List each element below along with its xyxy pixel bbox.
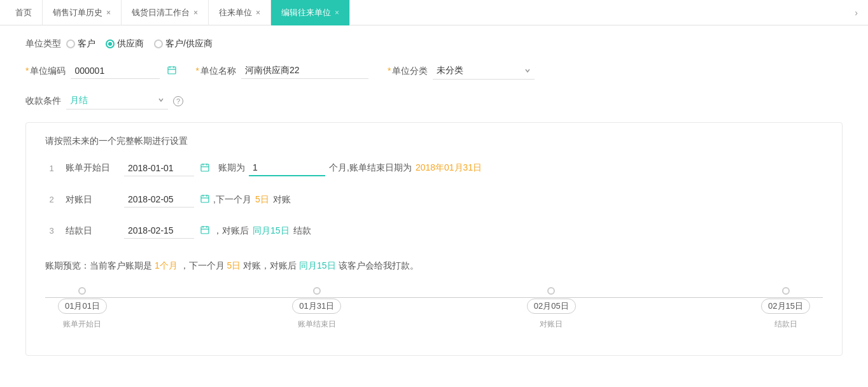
- billing-start-date[interactable]: [124, 160, 194, 176]
- preview-label: 账期预览：当前客户账期是: [45, 260, 152, 271]
- timeline-point-2: 02月05日 对账日: [527, 287, 576, 330]
- unit-code-item: 单位编码: [25, 63, 176, 79]
- billing-start-row: 1 账单开始日 账期为 个月,账单结束日期为 2018年01月31日: [45, 160, 823, 176]
- reconcile-date[interactable]: [124, 192, 194, 208]
- radio-customer-circle: [66, 39, 75, 48]
- main-content: 单位类型 客户 供应商 客户/供应商 单位编码: [0, 25, 868, 387]
- tab-home[interactable]: 首页: [5, 0, 43, 25]
- billing-section: 请按照未来的一个完整帐期进行设置 1 账单开始日 账期为 个月,账单结束日期为 …: [25, 122, 843, 356]
- unit-category-arrow: [524, 66, 531, 76]
- tab-cash-work[interactable]: 钱货日清工作台 ×: [122, 0, 209, 25]
- reconcile-value: ,下一个月 5日 对账: [124, 192, 291, 208]
- svg-rect-8: [201, 195, 209, 202]
- tab-home-label: 首页: [15, 7, 32, 18]
- preview-comma1: ，下一个月: [180, 260, 225, 271]
- preview-text: 账期预览：当前客户账期是 1个月 ，下一个月 5日 对账，对账后 同月15日 该…: [45, 260, 823, 272]
- timeline-dot-1: [313, 287, 321, 295]
- row-num-3: 3: [45, 226, 58, 236]
- tab-edit-partner[interactable]: 编辑往来单位 ×: [271, 0, 350, 25]
- billing-start-cal-icon[interactable]: [200, 163, 209, 174]
- payment-date[interactable]: [124, 223, 194, 239]
- tab-partner-close[interactable]: ×: [256, 8, 260, 17]
- unit-name-item: 单位名称: [195, 63, 368, 79]
- unit-code-label: 单位编码: [25, 66, 66, 77]
- timeline-date-3: 02月15日: [761, 299, 810, 314]
- tab-edit-partner-close[interactable]: ×: [335, 8, 339, 17]
- svg-rect-0: [168, 67, 176, 74]
- timeline-date-0: 01月01日: [58, 299, 107, 314]
- payment-terms-select[interactable]: 月结: [66, 92, 168, 109]
- svg-rect-4: [201, 164, 209, 171]
- payment-highlight: 同月15日: [253, 225, 290, 237]
- payment-cal-icon[interactable]: [200, 225, 209, 236]
- billing-start-period-label: 账期为: [218, 162, 245, 174]
- reconcile-suffix2: 对账: [273, 194, 291, 206]
- unit-category-select[interactable]: 未分类: [433, 62, 535, 80]
- tab-partner-label: 往来单位: [219, 7, 252, 18]
- row-num-2: 2: [45, 195, 58, 204]
- tab-edit-partner-label: 编辑往来单位: [281, 7, 331, 18]
- tab-partner[interactable]: 往来单位 ×: [209, 0, 271, 25]
- unit-name-input[interactable]: [241, 63, 368, 79]
- unit-category-item: 单位分类 未分类: [388, 62, 535, 80]
- preview-middle: 对账，对账后: [243, 260, 297, 271]
- payment-terms-row: 收款条件 月结 ?: [25, 92, 843, 109]
- tab-sales-history[interactable]: 销售订单历史 ×: [43, 0, 122, 25]
- tab-scroll-arrow[interactable]: ›: [850, 8, 863, 18]
- payment-terms-arrow: [158, 97, 164, 104]
- unit-type-label: 单位类型: [25, 38, 61, 50]
- unit-type-item: 单位类型 客户 供应商 客户/供应商: [25, 38, 213, 50]
- radio-supplier-label: 供应商: [117, 38, 144, 50]
- radio-both[interactable]: 客户/供应商: [154, 38, 213, 50]
- radio-both-circle: [154, 39, 163, 48]
- tab-sales-history-close[interactable]: ×: [106, 8, 111, 17]
- preview-part1: 1个月: [155, 260, 178, 271]
- radio-supplier-circle: [106, 39, 115, 48]
- preview-end: 该客户会给我打款。: [339, 260, 419, 271]
- timeline-label-2: 对账日: [540, 319, 563, 330]
- timeline-points: 01月01日 账单开始日 01月31日 账单结束日 02月05日 对账日: [58, 287, 810, 330]
- timeline-label-1: 账单结束日: [298, 319, 336, 330]
- timeline-date-1: 01月31日: [292, 299, 341, 314]
- svg-rect-12: [201, 227, 209, 234]
- payment-row: 3 结款日 ，对账后 同月15日 结款: [45, 223, 823, 239]
- unit-category-value: 未分类: [437, 65, 524, 76]
- unit-code-icon[interactable]: [167, 66, 176, 76]
- reconcile-highlight: 5日: [255, 194, 269, 206]
- unit-name-label: 单位名称: [195, 66, 235, 77]
- reconcile-label: 对账日: [66, 194, 116, 206]
- timeline-dot-0: [78, 287, 86, 295]
- payment-label: 结款日: [66, 225, 116, 237]
- reconcile-suffix1: ,下一个月: [213, 194, 251, 206]
- payment-suffix1: ，对账后: [213, 225, 249, 237]
- tab-cash-work-close[interactable]: ×: [193, 8, 198, 17]
- payment-suffix2: 结款: [293, 225, 311, 237]
- timeline-dot-3: [782, 287, 790, 295]
- radio-both-label: 客户/供应商: [165, 38, 213, 50]
- section-title: 请按照未来的一个完整帐期进行设置: [45, 136, 823, 147]
- reconcile-cal-icon[interactable]: [200, 194, 209, 205]
- preview-part3: 同月15日: [299, 260, 336, 271]
- timeline: 01月01日 账单开始日 01月31日 账单结束日 02月05日 对账日: [45, 287, 823, 330]
- billing-period-input[interactable]: [249, 160, 325, 176]
- billing-start-label: 账单开始日: [66, 162, 116, 174]
- payment-terms-label: 收款条件: [25, 95, 61, 107]
- timeline-dot-2: [547, 287, 555, 295]
- billing-end-date: 2018年01月31日: [416, 162, 482, 174]
- unit-code-input[interactable]: [71, 63, 160, 79]
- tab-bar: 首页 销售订单历史 × 钱货日清工作台 × 往来单位 × 编辑往来单位 × ›: [0, 0, 868, 25]
- billing-start-value: 账期为 个月,账单结束日期为 2018年01月31日: [124, 160, 482, 176]
- timeline-point-0: 01月01日 账单开始日: [58, 287, 107, 330]
- radio-customer[interactable]: 客户: [66, 38, 95, 50]
- payment-terms-value: 月结: [70, 95, 155, 106]
- row-num-1: 1: [45, 164, 58, 173]
- timeline-label-3: 结款日: [774, 319, 797, 330]
- tab-cash-work-label: 钱货日清工作台: [132, 7, 190, 18]
- radio-supplier[interactable]: 供应商: [106, 38, 144, 50]
- payment-terms-help[interactable]: ?: [173, 96, 183, 106]
- radio-customer-label: 客户: [78, 38, 95, 50]
- timeline-date-2: 02月05日: [527, 299, 576, 314]
- reconcile-row: 2 对账日 ,下一个月 5日 对账: [45, 192, 823, 208]
- preview-section: 账期预览：当前客户账期是 1个月 ，下一个月 5日 对账，对账后 同月15日 该…: [45, 254, 823, 342]
- tab-sales-history-label: 销售订单历史: [53, 7, 102, 18]
